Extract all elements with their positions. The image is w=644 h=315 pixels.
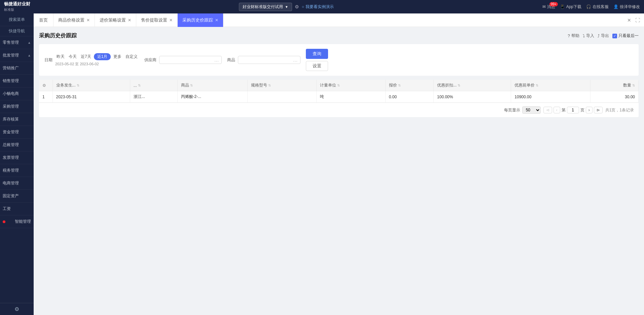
sidebar-search[interactable]: 搜索菜单 bbox=[0, 13, 34, 26]
sidebar-item-tax[interactable]: 税务管理 bbox=[0, 164, 34, 177]
th-biz-date[interactable]: 业务发生... ⇅ bbox=[52, 80, 130, 91]
sidebar-item-marketing[interactable]: 营销推广 bbox=[0, 62, 34, 75]
tab-close-icon[interactable]: ✕ bbox=[128, 18, 131, 23]
sidebar-item-invoice[interactable]: 发票管理 bbox=[0, 151, 34, 164]
version-settings-icon[interactable]: ⚙ bbox=[295, 4, 299, 9]
goods-input[interactable] bbox=[241, 58, 291, 62]
tab-price[interactable]: 商品价格设置 ✕ bbox=[53, 13, 95, 27]
cell-quote: 0.00 bbox=[385, 91, 433, 103]
query-button[interactable]: 查询 bbox=[306, 49, 328, 59]
help-btn[interactable]: ? 帮助 bbox=[568, 33, 579, 39]
chevron-icon: ▲ bbox=[28, 41, 31, 44]
cell-seq: 1 bbox=[39, 91, 52, 103]
th-more[interactable]: ... ⇅ bbox=[130, 80, 177, 91]
sort-icon: ⇅ bbox=[398, 83, 401, 87]
sidebar-item-sales[interactable]: 销售管理 bbox=[0, 75, 34, 88]
export-btn[interactable]: ⤴ 导出 bbox=[598, 33, 609, 39]
user-btn[interactable]: 👤 徐泽华修改 bbox=[613, 4, 640, 10]
date-btn-custom[interactable]: 自定义 bbox=[124, 53, 139, 60]
supplier-input-wrap[interactable]: … bbox=[159, 56, 222, 64]
headset-icon: 🎧 bbox=[586, 4, 591, 9]
supplier-input[interactable] bbox=[162, 58, 213, 62]
sidebar-item-wholesale[interactable]: 批发管理 ▲ bbox=[0, 49, 34, 62]
topbar-left: 畅捷通好业财 标准版 bbox=[4, 1, 30, 12]
page-prev-btn[interactable]: ‹ bbox=[553, 107, 560, 113]
supplier-filter-label: 供应商 bbox=[144, 57, 156, 63]
demo-icon: ○ bbox=[302, 4, 304, 9]
version-selector[interactable]: 好业财标准版交付试用 ▼ bbox=[239, 3, 292, 11]
tab-close-window-btn[interactable]: ✕ bbox=[626, 16, 633, 24]
sidebar-item-retail[interactable]: 零售管理 ▲ bbox=[0, 36, 34, 49]
date-btn-last7days[interactable]: 近7天 bbox=[79, 53, 93, 60]
tab-home[interactable]: 首页 bbox=[34, 13, 53, 27]
sort-icon: ⇅ bbox=[632, 83, 635, 87]
export-icon: ⤴ bbox=[598, 34, 600, 38]
tab-close-icon[interactable]: ✕ bbox=[215, 18, 218, 23]
th-gear[interactable]: ⚙ bbox=[39, 80, 52, 91]
goods-input-wrap[interactable]: … bbox=[238, 56, 300, 64]
goods-filter-group: 商品 … bbox=[227, 56, 300, 64]
checkbox-checked-icon: ✓ bbox=[612, 34, 617, 38]
page-first-btn[interactable]: ⊲ bbox=[543, 107, 552, 113]
tab-close-icon[interactable]: ✕ bbox=[86, 18, 90, 23]
date-btn-yesterday[interactable]: 昨天 bbox=[55, 53, 66, 60]
th-quantity[interactable]: 数量 ⇅ bbox=[590, 80, 638, 91]
help-icon: ? bbox=[568, 34, 570, 38]
cell-pre-discount-price: 10900.00 bbox=[511, 91, 590, 103]
sidebar-item-ecommerce[interactable]: 电商管理 bbox=[0, 177, 34, 190]
sidebar-item-inventory[interactable]: 库存核算 bbox=[0, 113, 34, 126]
total-info: 共1页，1条记录 bbox=[605, 107, 634, 113]
dot-red-icon bbox=[3, 220, 5, 223]
sidebar-item-smart[interactable]: 智能管理 bbox=[0, 215, 34, 228]
data-table-wrap: ⚙ 业务发生... ⇅ ... ⇅ bbox=[39, 80, 639, 117]
tab-bar-actions: ✕ ⛶ bbox=[626, 16, 644, 24]
date-range-display: 2023-05-02 至 2023-06-02 bbox=[55, 62, 139, 67]
th-unit[interactable]: 计量单位 ⇅ bbox=[317, 80, 386, 91]
sidebar-item-ledger[interactable]: 总账管理 bbox=[0, 139, 34, 151]
date-filter-label: 日期 bbox=[44, 57, 52, 63]
messages-btn[interactable]: ✉ 消息 99+ bbox=[542, 4, 555, 10]
page-label: 第 bbox=[562, 107, 566, 113]
gear-column-icon[interactable]: ⚙ bbox=[42, 83, 46, 88]
page-next-btn[interactable]: › bbox=[586, 107, 593, 113]
filter-area: 日期 昨天 今天 近7天 近1月 更多 自定义 2023-05-02 至 202… bbox=[39, 44, 639, 76]
tab-history-price[interactable]: 采购历史价跟踪 ✕ bbox=[178, 13, 223, 27]
tab-purchase-strategy[interactable]: 进价策略设置 ✕ bbox=[95, 13, 136, 27]
settings-button[interactable]: 设置 bbox=[306, 61, 328, 71]
page-title: 采购历史价跟踪 bbox=[39, 32, 77, 39]
mobile-icon: 📱 bbox=[560, 4, 565, 9]
goods-more-icon[interactable]: … bbox=[293, 57, 297, 63]
per-page-select[interactable]: 50 10 20 100 bbox=[522, 106, 541, 114]
date-btn-more[interactable]: 更多 bbox=[112, 53, 123, 60]
sidebar-item-purchase[interactable]: 采购管理 bbox=[0, 100, 34, 113]
sidebar-item-ecommerce-small[interactable]: 小畅电商 bbox=[0, 88, 34, 100]
tab-fullscreen-btn[interactable]: ⛶ bbox=[634, 16, 641, 24]
import-btn[interactable]: ⤵ 导入 bbox=[583, 33, 594, 39]
date-btn-today[interactable]: 今天 bbox=[67, 53, 78, 60]
tab-price-extract[interactable]: 售价提取设置 ✕ bbox=[136, 13, 178, 27]
cell-quantity: 30.00 bbox=[590, 91, 638, 103]
sidebar-item-finance[interactable]: 资金管理 bbox=[0, 126, 34, 139]
demo-link[interactable]: ○ 我要看实例演示 bbox=[302, 4, 334, 10]
goods-filter-label: 商品 bbox=[227, 57, 235, 63]
page-unit-label: 页 bbox=[580, 107, 584, 113]
th-goods[interactable]: 商品 ⇅ bbox=[177, 80, 248, 91]
app-download-btn[interactable]: 📱 App下载 bbox=[560, 4, 581, 10]
th-discount-rate[interactable]: 优惠折扣... ⇅ bbox=[434, 80, 511, 91]
only-last-checkbox[interactable]: ✓ 只看最后一 bbox=[612, 33, 639, 39]
date-btn-last1month[interactable]: 近1月 bbox=[94, 53, 111, 60]
sidebar-quick-nav[interactable]: 快捷导航 bbox=[0, 26, 34, 36]
sidebar-item-assets[interactable]: 固定资产 bbox=[0, 190, 34, 203]
tab-close-icon[interactable]: ✕ bbox=[169, 18, 173, 23]
sidebar-settings-btn[interactable]: ⚙ bbox=[0, 303, 34, 315]
supplier-more-icon[interactable]: … bbox=[214, 57, 219, 63]
sort-icon: ⇅ bbox=[337, 83, 340, 87]
th-quote[interactable]: 报价 ⇅ bbox=[385, 80, 433, 91]
topbar: 畅捷通好业财 标准版 好业财标准版交付试用 ▼ ⚙ ○ 我要看实例演示 ✉ 消息… bbox=[0, 0, 644, 13]
page-last-btn[interactable]: ⊳ bbox=[594, 107, 603, 113]
sidebar-item-payroll[interactable]: 工资 bbox=[0, 203, 34, 215]
th-spec[interactable]: 规格型号 ⇅ bbox=[248, 80, 317, 91]
th-pre-discount-price[interactable]: 优惠前单价 ⇅ bbox=[511, 80, 590, 91]
online-service-btn[interactable]: 🎧 在线客服 bbox=[586, 4, 609, 10]
page-input[interactable] bbox=[567, 107, 579, 113]
